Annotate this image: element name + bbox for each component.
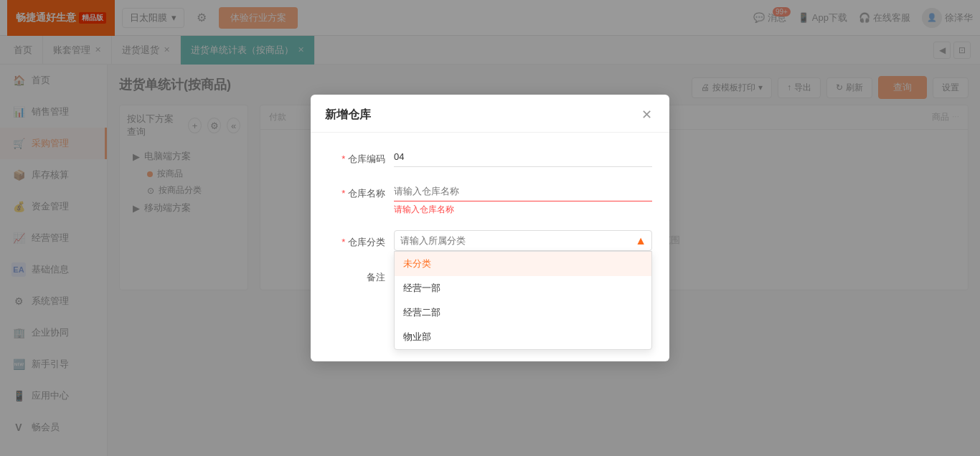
- dialog-header: 新增仓库 ✕: [311, 95, 669, 133]
- dialog-close-btn[interactable]: ✕: [638, 106, 655, 123]
- category-dropdown: 未分类 经营一部 经营二部 物业部: [394, 251, 652, 350]
- dropdown-item-dept1[interactable]: 经营一部: [395, 276, 651, 300]
- name-error: 请输入仓库名称: [394, 204, 652, 216]
- name-label: 仓库名称: [328, 181, 385, 200]
- dialog-body: 仓库编码 仓库名称 请输入仓库名称: [311, 133, 669, 314]
- dialog-overlay: 新增仓库 ✕ 仓库编码: [108, 65, 980, 456]
- code-label: 仓库编码: [328, 147, 385, 166]
- dropdown-item-uncategorized[interactable]: 未分类: [395, 252, 651, 276]
- dropdown-item-dept3[interactable]: 物业部: [395, 325, 651, 349]
- chevron-up-icon[interactable]: ▲: [635, 234, 646, 247]
- dropdown-item-dept2[interactable]: 经营二部: [395, 300, 651, 325]
- code-input-wrap: [394, 147, 652, 167]
- new-warehouse-dialog: 新增仓库 ✕ 仓库编码: [311, 95, 669, 361]
- form-row-category: 仓库分类 ▲ 未分类 经营一部 经营二部 物业部: [328, 230, 652, 251]
- name-input-wrap: 请输入仓库名称: [394, 181, 652, 216]
- remark-label: 备注: [328, 265, 385, 284]
- code-input[interactable]: [394, 147, 652, 167]
- category-input-wrap: ▲ 未分类 经营一部 经营二部 物业部: [394, 230, 652, 251]
- category-label: 仓库分类: [328, 230, 385, 249]
- form-row-code: 仓库编码: [328, 147, 652, 167]
- content-area: 进货单统计(按商品) 🖨 按模板打印 ▾ ↑ 导出 ↻ 刷新 查询 设置: [108, 65, 980, 456]
- form-row-name: 仓库名称 请输入仓库名称: [328, 181, 652, 216]
- dialog-title: 新增仓库: [325, 108, 371, 123]
- main-layout: 🏠 首页 📊 销售管理 🛒 采购管理 📦 库存核算 💰 资金管理 📈 经营管理 …: [0, 65, 980, 456]
- category-input[interactable]: [394, 230, 652, 251]
- name-input[interactable]: [394, 181, 652, 201]
